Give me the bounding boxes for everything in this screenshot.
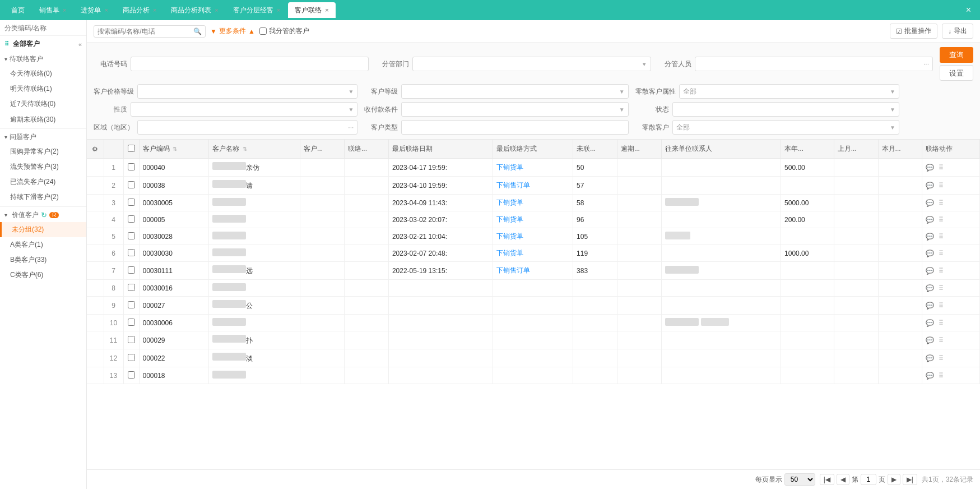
- contact-action-icon[interactable]: 💬: [926, 372, 934, 380]
- filter-gender-select[interactable]: ▼: [131, 102, 357, 117]
- sidebar-collapse-icon[interactable]: «: [78, 41, 82, 48]
- page-size-select[interactable]: 50 20 100: [784, 473, 815, 486]
- cell-last-contact-method[interactable]: 下销货单: [493, 228, 573, 245]
- more-action-icon[interactable]: ⠿: [939, 216, 944, 224]
- sidebar-item-churn-warning[interactable]: 流失预警客户(3): [0, 159, 86, 174]
- row-checkbox[interactable]: [128, 199, 135, 206]
- nav-tab-customer-contact[interactable]: 客户联络 ×: [288, 2, 335, 18]
- cell-checkbox[interactable]: [123, 228, 139, 245]
- cell-last-contact-method[interactable]: 下销货单: [493, 245, 573, 262]
- more-action-icon[interactable]: ⠿: [939, 164, 944, 172]
- cell-checkbox[interactable]: [123, 262, 139, 280]
- prev-page-button[interactable]: ◀: [837, 474, 849, 485]
- contact-action-icon[interactable]: 💬: [926, 250, 934, 257]
- close-customer-contact-icon[interactable]: ×: [325, 7, 328, 13]
- nav-tab-product-analysis[interactable]: 商品分析 ×: [116, 2, 163, 18]
- th-code[interactable]: 客户编码 ⇅: [139, 140, 209, 159]
- th-settings[interactable]: ⚙: [87, 140, 104, 159]
- contact-action-icon[interactable]: 💬: [926, 199, 934, 207]
- sidebar-item-churned[interactable]: 已流失客户(24): [0, 174, 86, 190]
- contact-action-icon[interactable]: 💬: [926, 354, 934, 362]
- my-customers-checkbox-label[interactable]: 我分管的客户: [259, 26, 309, 36]
- row-checkbox[interactable]: [128, 301, 135, 308]
- contact-action-icon[interactable]: 💬: [926, 267, 934, 275]
- contact-action-icon[interactable]: 💬: [926, 182, 934, 190]
- close-customer-segment-icon[interactable]: ×: [277, 7, 280, 13]
- cell-checkbox[interactable]: [123, 367, 139, 384]
- close-product-analysis-icon[interactable]: ×: [153, 7, 156, 13]
- sidebar-item-today[interactable]: 今天待联络(0): [0, 66, 86, 81]
- row-checkbox[interactable]: [128, 266, 135, 274]
- row-checkbox[interactable]: [128, 354, 135, 361]
- filter-retail-attr-select[interactable]: 全部 ▼: [679, 84, 899, 99]
- more-action-icon[interactable]: ⠿: [939, 336, 944, 344]
- refresh-icon[interactable]: ↻: [41, 211, 47, 219]
- cell-last-contact-method[interactable]: [493, 331, 573, 349]
- cell-last-contact-method[interactable]: [493, 315, 573, 331]
- contact-method-link[interactable]: 下销货单: [496, 232, 523, 240]
- filter-customer-level-select[interactable]: ▼: [401, 84, 628, 99]
- row-checkbox[interactable]: [128, 181, 135, 188]
- more-action-icon[interactable]: ⠿: [939, 182, 944, 190]
- more-action-icon[interactable]: ⠿: [939, 250, 944, 257]
- sidebar-item-7days[interactable]: 近7天待联络(0): [0, 96, 86, 112]
- cell-checkbox[interactable]: [123, 159, 139, 177]
- cell-last-contact-method[interactable]: 下销售订单: [493, 262, 573, 280]
- filter-retail-customer-select[interactable]: 全部 ▼: [672, 120, 899, 135]
- cell-checkbox[interactable]: [123, 315, 139, 331]
- contact-method-link[interactable]: 下销货单: [496, 249, 523, 257]
- nav-tab-product-analysis-list[interactable]: 商品分析列表 ×: [164, 2, 225, 18]
- filter-staff-select[interactable]: ···: [695, 57, 933, 71]
- contact-method-link[interactable]: 下销售订单: [496, 266, 530, 274]
- filter-payment-select[interactable]: ▼: [401, 102, 628, 117]
- close-sales-icon[interactable]: ×: [63, 7, 66, 13]
- nav-tab-home[interactable]: 首页: [4, 2, 31, 18]
- cell-last-contact-method[interactable]: 下销货单: [493, 211, 573, 228]
- nav-tab-sales[interactable]: 销售单 ×: [32, 2, 73, 18]
- filter-status-select[interactable]: ▼: [672, 102, 899, 117]
- contact-action-icon[interactable]: 💬: [926, 284, 934, 292]
- sidebar-item-class-b[interactable]: B类客户(33): [0, 252, 86, 267]
- sidebar-all-customers[interactable]: ⠿ 全部客户 «: [0, 36, 86, 52]
- row-checkbox[interactable]: [128, 163, 135, 170]
- reset-button[interactable]: 设置: [940, 65, 973, 81]
- contact-method-link[interactable]: 下销售订单: [496, 181, 530, 189]
- contact-method-link[interactable]: 下销货单: [496, 163, 523, 171]
- contact-method-link[interactable]: 下销货单: [496, 215, 523, 223]
- contact-action-icon[interactable]: 💬: [926, 164, 934, 172]
- row-checkbox[interactable]: [128, 371, 135, 379]
- row-checkbox[interactable]: [128, 232, 135, 239]
- cell-last-contact-method[interactable]: [493, 297, 573, 315]
- select-all-checkbox[interactable]: [128, 145, 135, 152]
- cell-last-contact-method[interactable]: [493, 280, 573, 297]
- contact-action-icon[interactable]: 💬: [926, 319, 934, 327]
- filter-price-select[interactable]: ▼: [137, 84, 357, 99]
- contact-action-icon[interactable]: 💬: [926, 336, 934, 344]
- cell-checkbox[interactable]: [123, 349, 139, 367]
- more-action-icon[interactable]: ⠿: [939, 319, 944, 327]
- cell-checkbox[interactable]: [123, 331, 139, 349]
- sidebar-item-class-a[interactable]: A类客户(1): [0, 237, 86, 252]
- sidebar-item-overdue[interactable]: 逾期未联络(30): [0, 112, 86, 127]
- more-action-icon[interactable]: ⠿: [939, 302, 944, 310]
- th-checkbox[interactable]: [123, 140, 139, 159]
- sidebar-search-input[interactable]: [4, 24, 87, 32]
- more-action-icon[interactable]: ⠿: [939, 354, 944, 362]
- close-product-analysis-list-icon[interactable]: ×: [215, 7, 218, 13]
- nav-tab-purchase[interactable]: 进货单 ×: [74, 2, 114, 18]
- more-action-icon[interactable]: ⠿: [939, 372, 944, 380]
- more-action-icon[interactable]: ⠿: [939, 284, 944, 292]
- last-page-button[interactable]: ▶|: [903, 474, 917, 485]
- cell-checkbox[interactable]: [123, 297, 139, 315]
- contact-action-icon[interactable]: 💬: [926, 233, 934, 241]
- row-checkbox[interactable]: [128, 249, 135, 256]
- cell-last-contact-method[interactable]: 下销货单: [493, 159, 573, 177]
- contact-action-icon[interactable]: 💬: [926, 216, 934, 224]
- window-close-button[interactable]: ×: [962, 5, 976, 15]
- filter-phone-input[interactable]: [131, 57, 369, 71]
- cell-checkbox[interactable]: [123, 211, 139, 228]
- filter-region-select[interactable]: ···: [137, 120, 357, 135]
- first-page-button[interactable]: |◀: [820, 474, 834, 485]
- my-customers-checkbox[interactable]: [259, 27, 267, 35]
- sidebar-item-class-c[interactable]: C类客户(6): [0, 267, 86, 283]
